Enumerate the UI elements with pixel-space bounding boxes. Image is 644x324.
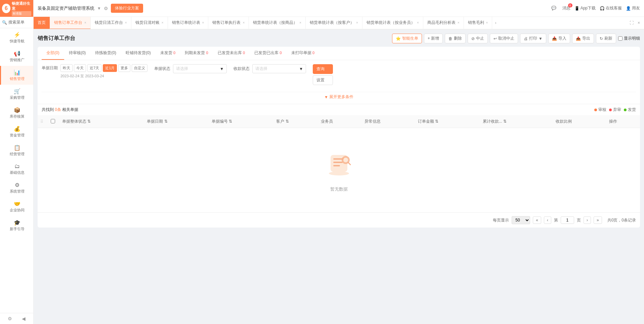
tab-home[interactable]: 首页 bbox=[34, 17, 50, 29]
query-btn[interactable]: 查询 bbox=[313, 64, 333, 74]
filter-tab-not-shipped[interactable]: 未发货 0 bbox=[156, 47, 180, 60]
page-first-btn[interactable]: « bbox=[533, 216, 541, 224]
tab-sales-profit[interactable]: 销售毛利 × bbox=[464, 17, 492, 29]
filter-tab-wangpu[interactable]: 旺铺待发货(0) bbox=[121, 47, 156, 60]
select-all-checkbox[interactable] bbox=[51, 119, 55, 123]
sidebar-item-operations[interactable]: 📋 经营管理 bbox=[0, 141, 33, 160]
sidebar-search[interactable]: 🔍 搜索菜单 bbox=[0, 17, 33, 28]
col-amount[interactable]: 订单金额 ⇅ bbox=[415, 115, 480, 128]
col-checkbox[interactable] bbox=[46, 115, 59, 128]
tab-sales-by-staff-close[interactable]: × bbox=[417, 21, 419, 25]
tab-sales-profit-close[interactable]: × bbox=[486, 21, 488, 25]
col-collected[interactable]: 累计收款... ⇅ bbox=[480, 115, 553, 128]
sidebar-item-basic[interactable]: 🗂 基础信息 bbox=[0, 160, 33, 178]
topbar-message-btn[interactable]: 💬 6 消息 bbox=[551, 5, 570, 11]
topbar-service-btn[interactable]: 🎧 在线客服 bbox=[600, 5, 622, 11]
shipped-unstocked-count: 0 bbox=[243, 51, 245, 55]
tab-sales-by-product-close[interactable]: × bbox=[299, 21, 301, 25]
table-scroll-container[interactable]: ⠿ 单据整体状态 ⇅ 单据日期 ⇅ bbox=[38, 115, 640, 128]
filter-tab-pending-inspect[interactable]: 待拣验货(0) bbox=[90, 47, 121, 60]
date-btn-yesterday[interactable]: 昨天 bbox=[60, 64, 73, 72]
col-staff[interactable]: 业务员 bbox=[318, 115, 361, 128]
table-head: ⠿ 单据整体状态 ⇅ 单据日期 ⇅ bbox=[38, 115, 640, 128]
tab-cash-daily[interactable]: 钱货日清工作台 × bbox=[91, 17, 131, 29]
per-page-select[interactable]: 10 20 50 100 bbox=[512, 216, 530, 224]
tabbar-close-btn[interactable]: × bbox=[636, 20, 641, 26]
show-detail-label[interactable]: 显示明细 bbox=[618, 36, 640, 41]
filter-tab-overdue[interactable]: 到期未发货 0 bbox=[180, 47, 213, 60]
delete-btn[interactable]: 🗑 删除 bbox=[445, 34, 466, 43]
date-btn-1month[interactable]: 近1月 bbox=[103, 64, 117, 72]
status-select[interactable]: 请选择 ▼ bbox=[173, 64, 227, 73]
sidebar-item-marketing[interactable]: 📢 营销推广 bbox=[0, 47, 33, 66]
date-btn-7days[interactable]: 近7天 bbox=[87, 64, 101, 72]
expand-btn[interactable]: ▼ 展开更多条件 bbox=[324, 94, 353, 100]
refresh-btn[interactable]: ↻ 刷新 bbox=[596, 34, 616, 43]
col-exception[interactable]: 异常信息 bbox=[362, 115, 415, 128]
date-btn-today[interactable]: 今天 bbox=[74, 64, 86, 72]
tab-sales-by-customer-close[interactable]: × bbox=[356, 21, 358, 25]
tabbar-maximize-btn[interactable]: ⛶ bbox=[628, 20, 635, 26]
review-label: 审核 bbox=[598, 107, 606, 113]
page-prev-btn[interactable]: ‹ bbox=[544, 216, 551, 224]
page-input[interactable] bbox=[561, 216, 574, 224]
tab-sales-stat[interactable]: 销售订单统计表 × bbox=[168, 17, 209, 29]
tab-sales-exec-close[interactable]: × bbox=[243, 21, 245, 25]
sidebar-item-sales[interactable]: 📊 销售管理 bbox=[0, 66, 33, 85]
filter-tab-shipped-stocked[interactable]: 已发货已出库 0 bbox=[250, 47, 286, 60]
date-btn-more[interactable]: 更多 bbox=[118, 64, 130, 72]
stop-btn[interactable]: ⊘ 中止 bbox=[468, 34, 488, 43]
export-btn[interactable]: 📤 导出 bbox=[572, 34, 594, 43]
topbar-app-btn[interactable]: 📱 App下载 bbox=[574, 5, 596, 11]
tab-sales-by-product[interactable]: 销货单统计表（按商品） × bbox=[249, 17, 306, 29]
date-btn-custom[interactable]: 自定义 bbox=[132, 64, 147, 72]
page-next-btn[interactable]: › bbox=[584, 216, 591, 224]
filter-tab-all[interactable]: 全部(0) bbox=[42, 47, 64, 60]
tab-gross-profit[interactable]: 商品毛利分析表 × bbox=[423, 17, 464, 29]
show-detail-checkbox[interactable] bbox=[618, 36, 622, 41]
tab-sales-workbench-close[interactable]: × bbox=[84, 21, 86, 25]
tabbar-more-btn[interactable]: › bbox=[492, 21, 499, 25]
cancel-stop-btn[interactable]: ↩ 取消中止 bbox=[490, 34, 518, 43]
review-action[interactable]: 审核 bbox=[594, 107, 606, 113]
sidebar-item-system[interactable]: ⚙ 系统管理 bbox=[0, 178, 33, 197]
sidebar-item-quick[interactable]: ⚡ 快捷导航 bbox=[0, 28, 33, 47]
add-btn[interactable]: + 新增 bbox=[424, 34, 443, 43]
tab-sales-by-staff[interactable]: 销货单统计表（按业务员） × bbox=[362, 17, 423, 29]
sidebar-item-purchase[interactable]: 🛒 采购管理 bbox=[0, 85, 33, 104]
tab-sales-by-customer[interactable]: 销货单统计表（按客户） × bbox=[306, 17, 362, 29]
filter-tab-pending-review[interactable]: 待审核(0) bbox=[64, 47, 91, 60]
sidebar-item-guide[interactable]: 🎓 新手引导 bbox=[0, 216, 33, 235]
sidebar-settings-btn[interactable]: ⚙ bbox=[8, 316, 12, 321]
sidebar-item-finance[interactable]: 💰 资金管理 bbox=[0, 122, 33, 141]
filter-tab-shipped-unstocked[interactable]: 已发货未出库 0 bbox=[213, 47, 250, 60]
sidebar-item-cooperation[interactable]: 🤝 企业协同 bbox=[0, 197, 33, 216]
topbar-gear-icon[interactable]: ⚙ bbox=[104, 6, 108, 11]
col-date[interactable]: 单据日期 ⇅ bbox=[144, 115, 209, 128]
tab-cash-reconcile[interactable]: 钱货日清对账 × bbox=[131, 17, 168, 29]
payment-select[interactable]: 请选择 ▼ bbox=[252, 64, 306, 73]
cancel-review-action[interactable]: 弃审 bbox=[609, 107, 621, 113]
topbar-user-btn[interactable]: 👤 用友 bbox=[626, 5, 640, 11]
industry-btn[interactable]: 体验行业方案 bbox=[111, 4, 143, 13]
topbar-dropdown-arrow[interactable]: ▼ bbox=[97, 6, 101, 11]
print-btn[interactable]: 🖨 打印 ▼ bbox=[520, 34, 546, 43]
sidebar-collapse-btn[interactable]: ◀ bbox=[22, 316, 26, 321]
tab-gross-profit-close[interactable]: × bbox=[458, 21, 460, 25]
page-last-btn[interactable]: » bbox=[594, 216, 602, 224]
tab-cash-daily-close[interactable]: × bbox=[125, 21, 127, 25]
settings-btn[interactable]: 设置 bbox=[313, 75, 333, 85]
tab-sales-exec[interactable]: 销售订单执行表 × bbox=[208, 17, 249, 29]
filter-tab-not-printed[interactable]: 未打印单据 0 bbox=[287, 47, 319, 60]
col-customer[interactable]: 客户 ⇅ bbox=[273, 115, 318, 128]
tab-cash-reconcile-close[interactable]: × bbox=[162, 21, 164, 25]
tab-sales-stat-close[interactable]: × bbox=[202, 21, 204, 25]
smart-gen-btn[interactable]: ⭐ 智能生单 bbox=[392, 34, 422, 43]
tab-sales-workbench[interactable]: 销售订单工作台 × bbox=[50, 17, 91, 29]
ship-action[interactable]: 发货 bbox=[624, 107, 636, 113]
sidebar-item-inventory[interactable]: 📦 库存核算 bbox=[0, 104, 33, 122]
import-btn[interactable]: 📥 导入 bbox=[548, 34, 570, 43]
col-number[interactable]: 单据编号 ⇅ bbox=[209, 115, 274, 128]
col-ratio[interactable]: 收款比例 bbox=[553, 115, 606, 128]
col-status[interactable]: 单据整体状态 ⇅ bbox=[59, 115, 144, 128]
